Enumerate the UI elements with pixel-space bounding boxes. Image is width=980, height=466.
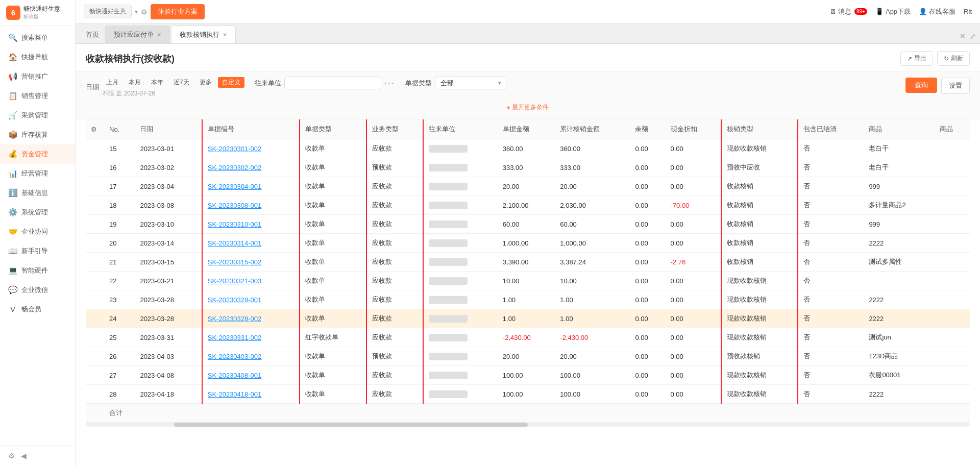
sidebar-item-purchase[interactable]: 🛒采购管理 [0, 106, 75, 125]
cell-date: 2023-04-03 [135, 347, 202, 366]
date-more-btn[interactable]: 更多 [195, 77, 216, 88]
table-row: 15 2023-03-01 SK-20230301-002 收款单 应收款 36… [86, 139, 970, 158]
partner-input[interactable] [284, 77, 381, 89]
bill-no-link[interactable]: SK-20230304-001 [208, 183, 262, 190]
cell-partner [423, 158, 498, 177]
sidebar-item-collab[interactable]: 🤝企业协同 [0, 222, 75, 241]
cell-balance: 0.00 [630, 272, 665, 290]
cell-balance: 0.00 [630, 328, 665, 347]
cell-bill-no: SK-20230301-002 [202, 139, 300, 158]
tab-prepay-close[interactable]: ✕ [157, 32, 161, 38]
cell-date: 2023-04-18 [135, 385, 202, 404]
cell-amount: 100.00 [498, 366, 555, 385]
solution-btn[interactable]: 体验行业方案 [151, 4, 205, 19]
app-download-btn[interactable]: 📱 App下载 [875, 7, 911, 16]
workspace-dropdown-icon[interactable]: ▾ [135, 8, 138, 15]
sidebar-item-sales[interactable]: 📋销售管理 [0, 86, 75, 106]
cell-verify-amount: 333.00 [555, 158, 630, 177]
bill-no-link[interactable]: SK-20230301-002 [208, 145, 262, 153]
sidebar-item-label-search: 搜索菜单 [21, 33, 48, 42]
bill-no-link[interactable]: SK-20230418-001 [208, 390, 262, 398]
tab-prepay[interactable]: 预计应应付单 ✕ [105, 26, 170, 43]
sidebar-item-system[interactable]: ⚙️系统管理 [0, 203, 75, 222]
bill-no-link[interactable]: SK-20230308-001 [208, 202, 262, 209]
col-date: 日期 [135, 119, 202, 139]
workspace-gear-icon[interactable]: ⚙ [141, 8, 148, 16]
online-service-btn[interactable]: 👤 在线客服 [919, 7, 955, 16]
tab-collection[interactable]: 收款核销执行 ✕ [171, 26, 236, 43]
cell-bill-type: 收款单 [300, 177, 366, 196]
bill-no-link[interactable]: SK-20230302-002 [208, 164, 262, 171]
sidebar-item-finance[interactable]: 💰资金管理 [0, 144, 75, 164]
date-this-month-btn[interactable]: 本月 [125, 77, 145, 88]
cell-gear [86, 158, 104, 177]
messages-btn[interactable]: 🖥 消息 99+ [829, 7, 867, 16]
bill-no-link[interactable]: SK-20230408-001 [208, 372, 262, 379]
refresh-btn[interactable]: ↻ 刷新 [937, 51, 970, 66]
bill-no-link[interactable]: SK-20230321-003 [208, 277, 262, 285]
cell-gear [86, 328, 104, 347]
sidebar-item-quicknav[interactable]: 🏠快捷导航 [0, 47, 75, 67]
table-gear-icon[interactable]: ⚙ [91, 126, 97, 133]
tabbar: 首页 预计应应付单 ✕ 收款核销执行 ✕ ✕ ⤢ [76, 23, 980, 44]
date-group: 上月 本月 本年 近7天 更多 自定义 [102, 77, 244, 88]
cell-amount: -2,430.00 [498, 328, 555, 347]
bill-no-link[interactable]: SK-20230328-002 [208, 315, 262, 323]
setting-btn[interactable]: 设置 [941, 78, 970, 94]
app-icon: 📱 [875, 8, 884, 15]
cell-goods: 测试多属性 [864, 253, 934, 272]
bill-no-link[interactable]: SK-20230403-002 [208, 353, 262, 360]
sidebar-item-member[interactable]: V畅会员 [0, 300, 75, 319]
bill-no-link[interactable]: SK-20230315-002 [208, 258, 262, 266]
date-7days-btn[interactable]: 近7天 [169, 77, 193, 88]
voucher-type-select[interactable]: 全部 收款单 红字收款单 [435, 77, 506, 89]
tab-expand-icon[interactable]: ⤢ [970, 32, 976, 40]
bill-no-link[interactable]: SK-20230310-001 [208, 220, 262, 228]
export-btn[interactable]: ↗ 导出 [900, 51, 933, 66]
marketing-icon: 📢 [8, 72, 17, 81]
col-gear[interactable]: ⚙ [86, 119, 104, 139]
bill-no-link[interactable]: SK-20230331-002 [208, 334, 262, 341]
partner-dots[interactable]: ··· [384, 78, 395, 88]
bill-no-link[interactable]: SK-20230328-001 [208, 296, 262, 304]
settings-icon[interactable]: ⚙ [8, 452, 15, 460]
cell-verify-amount: 10.00 [555, 272, 630, 290]
cell-bill-type: 收款单 [300, 234, 366, 253]
cell-verify-type: 收款核销 [721, 234, 798, 253]
workspace-name[interactable]: 畅快通好生意 [84, 5, 132, 18]
sidebar-item-marketing[interactable]: 📢营销推广 [0, 67, 75, 86]
sidebar-item-basic[interactable]: ℹ️基础信息 [0, 183, 75, 203]
sidebar-item-guide[interactable]: 📖新手引导 [0, 241, 75, 261]
scroll-thumb[interactable] [174, 423, 528, 427]
cell-biz-type: 应收款 [366, 196, 423, 215]
tab-close-all-icon[interactable]: ✕ [960, 32, 966, 40]
horizontal-scrollbar[interactable] [86, 423, 970, 427]
expand-conditions-btn[interactable]: ▾ 展开更多条件 [507, 101, 549, 114]
tab-collection-close[interactable]: ✕ [223, 32, 227, 38]
sidebar-item-operation[interactable]: 📊经营管理 [0, 164, 75, 183]
cell-amount: 20.00 [498, 347, 555, 366]
cell-amount: 333.00 [498, 158, 555, 177]
date-prev-month-btn[interactable]: 上月 [102, 77, 122, 88]
sidebar-item-hardware[interactable]: 💻智能硬件 [0, 261, 75, 280]
cell-no: 21 [104, 253, 135, 272]
sidebar-item-search[interactable]: 🔍搜索菜单 [0, 28, 75, 47]
cell-bill-type: 收款单 [300, 272, 366, 290]
cell-amount: 1.00 [498, 290, 555, 309]
cell-bill-no: SK-20230308-001 [202, 196, 300, 215]
tabbar-actions: ✕ ⤢ [960, 32, 976, 43]
query-btn[interactable]: 查询 [905, 78, 937, 93]
cell-amount: 2,100.00 [498, 196, 555, 215]
tab-home[interactable]: 首页 [80, 26, 105, 43]
user-name[interactable]: Rit [964, 8, 972, 15]
sidebar-logo: 6 畅快通好生意 标准版 [0, 0, 75, 26]
collapse-icon[interactable]: ◀ [21, 452, 27, 460]
sidebar-item-wechat[interactable]: 💬企业微信 [0, 280, 75, 300]
bill-no-link[interactable]: SK-20230314-001 [208, 239, 262, 247]
sidebar-item-inventory[interactable]: 📦库存核算 [0, 125, 75, 144]
cell-discount: -2.76 [666, 253, 722, 272]
cell-include-settled: 否 [798, 347, 864, 366]
date-custom-btn[interactable]: 自定义 [218, 77, 244, 88]
cell-date: 2023-03-08 [135, 196, 202, 215]
date-this-year-btn[interactable]: 本年 [147, 77, 167, 88]
